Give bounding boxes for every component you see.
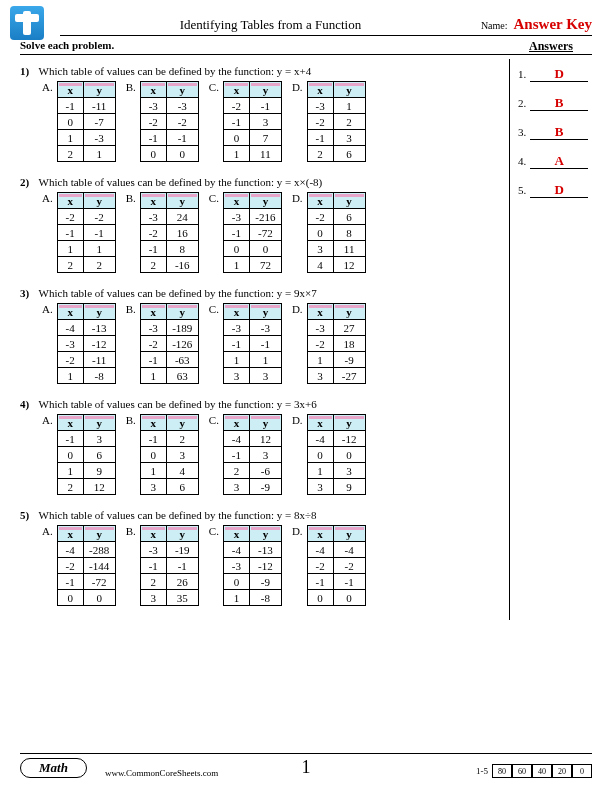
value-table: xy-1-110-71-321 xyxy=(57,81,116,162)
question-number: 4) xyxy=(20,398,36,410)
problem: 5) Which table of values can be defined … xyxy=(20,509,503,606)
option-label: B. xyxy=(126,81,136,93)
answer-line: 5.D xyxy=(518,183,588,198)
footer: Math www.CommonCoreSheets.com 1 1-5 8060… xyxy=(20,753,592,778)
problem: 3) Which table of values can be defined … xyxy=(20,287,503,384)
score-strip: 1-5 806040200 xyxy=(476,764,592,778)
name-label: Name: xyxy=(481,20,508,31)
option-label: A. xyxy=(42,525,53,537)
value-table: xy-3-216-1-7200172 xyxy=(223,192,282,273)
option-label: C. xyxy=(209,414,219,426)
value-table: xy-3-189-2-126-1-63163 xyxy=(140,303,199,384)
name-line: Name: Answer Key xyxy=(481,16,592,33)
answer-value: B xyxy=(530,125,588,140)
answer-number: 4. xyxy=(518,155,526,167)
answer-value: B xyxy=(530,96,588,111)
value-table: xy-4-13-3-12-2-111-8 xyxy=(57,303,116,384)
answer-value: D xyxy=(530,67,588,82)
option-label: A. xyxy=(42,303,53,315)
answer-number: 2. xyxy=(518,97,526,109)
option-label: A. xyxy=(42,81,53,93)
option-label: B. xyxy=(126,192,136,204)
question-number: 1) xyxy=(20,65,36,77)
option-label: A. xyxy=(42,414,53,426)
value-table: xy-3-3-2-2-1-100 xyxy=(140,81,199,162)
value-table: xy-3-19-1-1226335 xyxy=(140,525,199,606)
value-table: xy-31-22-1326 xyxy=(307,81,366,162)
score-box: 80 xyxy=(492,764,512,778)
page-number: 1 xyxy=(302,757,311,778)
option-label: B. xyxy=(126,525,136,537)
value-table: xy-2608311412 xyxy=(307,192,366,273)
score-box: 20 xyxy=(552,764,572,778)
main-content: 1) Which table of values can be defined … xyxy=(20,59,592,620)
answer-value: A xyxy=(530,154,588,169)
question-text: Which table of values can be defined by … xyxy=(39,509,317,521)
problem: 1) Which table of values can be defined … xyxy=(20,65,503,162)
answers-heading: Answers xyxy=(510,39,592,54)
source-url: www.CommonCoreSheets.com xyxy=(105,768,218,778)
value-table: xy-2-2-1-11122 xyxy=(57,192,116,273)
value-table: xy-12031436 xyxy=(140,414,199,495)
value-table: xy-4-13-3-120-91-8 xyxy=(223,525,282,606)
questions-column: 1) Which table of values can be defined … xyxy=(20,59,510,620)
score-label: 1-5 xyxy=(476,766,488,776)
value-table: xy-4-4-2-2-1-100 xyxy=(307,525,366,606)
worksheet-page: Identifying Tables from a Function Name:… xyxy=(0,0,612,792)
answer-value: D xyxy=(530,183,588,198)
options-row: A. xy-1-110-71-321B. xy-3-3-2-2-1-100C. … xyxy=(40,81,503,162)
answer-key-label: Answer Key xyxy=(514,16,592,33)
question-text: Which table of values can be defined by … xyxy=(39,176,323,188)
option-label: C. xyxy=(209,525,219,537)
site-logo xyxy=(10,6,44,40)
instructions: Solve each problem. xyxy=(20,39,510,54)
question-text: Which table of values can be defined by … xyxy=(39,287,317,299)
options-row: A. xy-130619212B. xy-12031436C. xy-412-1… xyxy=(40,414,503,495)
problem: 4) Which table of values can be defined … xyxy=(20,398,503,495)
question-number: 5) xyxy=(20,509,36,521)
option-label: B. xyxy=(126,414,136,426)
option-label: D. xyxy=(292,192,303,204)
answer-line: 4.A xyxy=(518,154,588,169)
score-box: 40 xyxy=(532,764,552,778)
option-label: D. xyxy=(292,81,303,93)
question-number: 3) xyxy=(20,287,36,299)
options-row: A. xy-4-288-2-144-1-7200B. xy-3-19-1-122… xyxy=(40,525,503,606)
option-label: B. xyxy=(126,303,136,315)
option-label: D. xyxy=(292,525,303,537)
question-text: Which table of values can be defined by … xyxy=(39,65,312,77)
score-box: 60 xyxy=(512,764,532,778)
question-text: Which table of values can be defined by … xyxy=(39,398,317,410)
option-label: D. xyxy=(292,303,303,315)
subject-badge: Math xyxy=(20,758,87,778)
option-label: C. xyxy=(209,81,219,93)
page-title: Identifying Tables from a Function xyxy=(60,17,481,33)
answer-line: 3.B xyxy=(518,125,588,140)
option-label: A. xyxy=(42,192,53,204)
options-row: A. xy-4-13-3-12-2-111-8B. xy-3-189-2-126… xyxy=(40,303,503,384)
option-label: C. xyxy=(209,303,219,315)
value-table: xy-4-288-2-144-1-7200 xyxy=(57,525,116,606)
header: Identifying Tables from a Function Name:… xyxy=(60,14,592,36)
answer-number: 3. xyxy=(518,126,526,138)
options-row: A. xy-2-2-1-11122B. xy-324-216-182-16C. … xyxy=(40,192,503,273)
value-table: xy-324-216-182-16 xyxy=(140,192,199,273)
value-table: xy-4-12001339 xyxy=(307,414,366,495)
question-number: 2) xyxy=(20,176,36,188)
value-table: xy-2-1-1307111 xyxy=(223,81,282,162)
value-table: xy-3-3-1-11133 xyxy=(223,303,282,384)
value-table: xy-412-132-63-9 xyxy=(223,414,282,495)
answer-number: 5. xyxy=(518,184,526,196)
score-box: 0 xyxy=(572,764,592,778)
answer-number: 1. xyxy=(518,68,526,80)
subheader: Solve each problem. Answers xyxy=(20,39,592,55)
problem: 2) Which table of values can be defined … xyxy=(20,176,503,273)
value-table: xy-327-2181-93-27 xyxy=(307,303,366,384)
option-label: D. xyxy=(292,414,303,426)
answer-line: 1.D xyxy=(518,67,588,82)
answer-line: 2.B xyxy=(518,96,588,111)
answers-column: 1.D2.B3.B4.A5.D xyxy=(510,59,592,620)
option-label: C. xyxy=(209,192,219,204)
value-table: xy-130619212 xyxy=(57,414,116,495)
